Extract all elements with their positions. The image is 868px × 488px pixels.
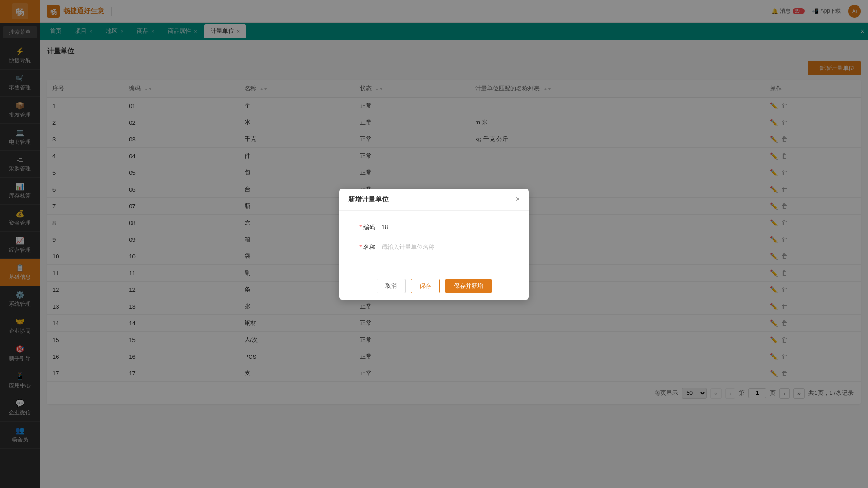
save-button[interactable]: 保存 — [411, 279, 440, 293]
modal-overlay: 新增计量单位 × 编码 名称 取消 保存 保存并新增 — [0, 0, 868, 488]
save-and-new-button[interactable]: 保存并新增 — [445, 279, 492, 293]
name-label: 名称 — [348, 243, 375, 251]
cancel-button[interactable]: 取消 — [377, 279, 406, 293]
form-row-code: 编码 — [348, 221, 520, 233]
code-label: 编码 — [348, 223, 375, 231]
code-input[interactable] — [380, 221, 520, 233]
modal-close-button[interactable]: × — [516, 195, 520, 203]
modal-header: 新增计量单位 × — [339, 189, 529, 211]
name-input[interactable] — [380, 241, 520, 253]
modal-title: 新增计量单位 — [348, 195, 389, 204]
modal-body: 编码 名称 — [339, 211, 529, 272]
modal-footer: 取消 保存 保存并新增 — [339, 272, 529, 300]
form-row-name: 名称 — [348, 241, 520, 253]
add-unit-modal: 新增计量单位 × 编码 名称 取消 保存 保存并新增 — [339, 189, 529, 300]
